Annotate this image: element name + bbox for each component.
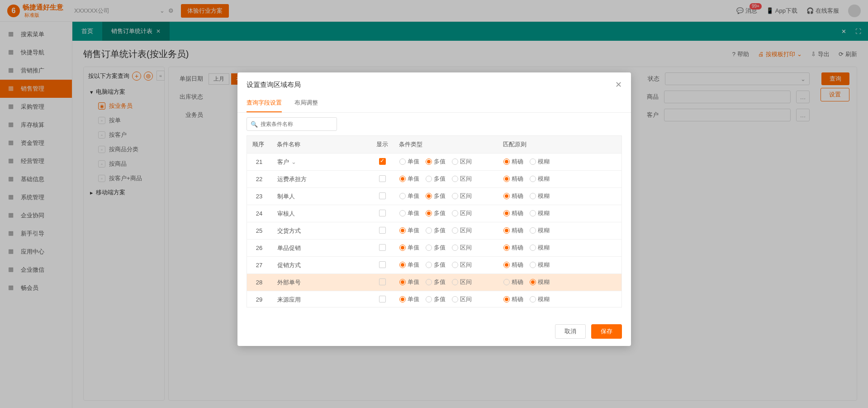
radio-single[interactable]: 单值 <box>399 226 419 235</box>
radio-multi[interactable]: 多值 <box>426 192 446 200</box>
radio-exact[interactable]: 精确 <box>503 261 523 269</box>
td-match: 精确模糊 <box>498 240 621 257</box>
radio-exact[interactable]: 精确 <box>503 244 523 252</box>
td-name: 运费承担方 <box>272 171 371 188</box>
radio-icon <box>452 193 458 199</box>
show-checkbox[interactable] <box>379 278 386 285</box>
show-checkbox[interactable] <box>379 175 386 182</box>
radio-single[interactable]: 单值 <box>399 278 419 286</box>
td-name: 来源应用 <box>272 291 371 308</box>
radio-fuzzy[interactable]: 模糊 <box>530 226 550 235</box>
modal-overlay: 设置查询区域布局 ✕ 查询字段设置 布局调整 🔍 顺序 条件名称 显示 <box>0 0 868 408</box>
radio-range[interactable]: 区间 <box>452 295 472 303</box>
show-checkbox[interactable] <box>379 296 386 302</box>
radio-icon <box>452 227 458 234</box>
radio-multi[interactable]: 多值 <box>426 209 446 217</box>
radio-fuzzy[interactable]: 模糊 <box>530 295 550 303</box>
radio-exact[interactable]: 精确 <box>503 175 523 183</box>
radio-exact[interactable]: 精确 <box>503 192 523 200</box>
radio-single[interactable]: 单值 <box>399 295 419 303</box>
show-checkbox[interactable] <box>379 158 386 165</box>
tab-layout-adjust[interactable]: 布局调整 <box>294 94 318 112</box>
radio-icon <box>530 227 536 234</box>
radio-range[interactable]: 区间 <box>452 175 472 183</box>
radio-single[interactable]: 单值 <box>399 261 419 269</box>
td-type: 单值多值区间 <box>394 274 498 291</box>
th-type: 条件类型 <box>394 136 498 154</box>
radio-icon <box>530 245 536 251</box>
th-match: 匹配原则 <box>498 136 621 154</box>
radio-multi[interactable]: 多值 <box>426 278 446 286</box>
search-icon: 🔍 <box>251 121 258 128</box>
radio-multi[interactable]: 多值 <box>426 158 446 166</box>
radio-single[interactable]: 单值 <box>399 175 419 183</box>
radio-fuzzy[interactable]: 模糊 <box>530 278 550 286</box>
radio-single[interactable]: 单值 <box>399 209 419 217</box>
radio-exact[interactable]: 精确 <box>503 226 523 235</box>
radio-single[interactable]: 单值 <box>399 158 419 166</box>
td-type: 单值多值区间 <box>394 222 498 240</box>
radio-range[interactable]: 区间 <box>452 244 472 252</box>
td-type: 单值多值区间 <box>394 257 498 274</box>
show-checkbox[interactable] <box>379 210 386 216</box>
chevron-down-icon[interactable]: ⌄ <box>290 158 297 165</box>
table-row: 23制单人单值多值区间精确模糊 <box>247 188 621 205</box>
td-name: 审核人 <box>272 205 371 222</box>
table-row: 29来源应用单值多值区间精确模糊 <box>247 291 621 308</box>
radio-multi[interactable]: 多值 <box>426 295 446 303</box>
radio-range[interactable]: 区间 <box>452 158 472 166</box>
radio-icon <box>426 279 432 285</box>
radio-fuzzy[interactable]: 模糊 <box>530 158 550 166</box>
cancel-button[interactable]: 取消 <box>555 324 586 339</box>
radio-range[interactable]: 区间 <box>452 278 472 286</box>
radio-icon <box>503 279 510 285</box>
radio-fuzzy[interactable]: 模糊 <box>530 192 550 200</box>
close-icon[interactable]: ✕ <box>615 80 622 90</box>
td-name: 促销方式 <box>272 257 371 274</box>
radio-multi[interactable]: 多值 <box>426 244 446 252</box>
td-match: 精确模糊 <box>498 274 621 291</box>
show-checkbox[interactable] <box>379 261 386 268</box>
td-show <box>371 171 394 188</box>
radio-fuzzy[interactable]: 模糊 <box>530 261 550 269</box>
td-match: 精确模糊 <box>498 205 621 222</box>
radio-single[interactable]: 单值 <box>399 192 419 200</box>
radio-icon <box>399 176 406 182</box>
show-checkbox[interactable] <box>379 192 386 199</box>
radio-exact[interactable]: 精确 <box>503 278 523 286</box>
radio-fuzzy[interactable]: 模糊 <box>530 209 550 217</box>
radio-icon <box>530 193 536 199</box>
radio-icon <box>399 210 406 216</box>
radio-exact[interactable]: 精确 <box>503 209 523 217</box>
radio-icon <box>452 210 458 216</box>
save-button[interactable]: 保存 <box>591 324 622 339</box>
radio-fuzzy[interactable]: 模糊 <box>530 244 550 252</box>
td-show <box>371 205 394 222</box>
radio-multi[interactable]: 多值 <box>426 226 446 235</box>
condition-search[interactable]: 🔍 <box>247 117 337 131</box>
radio-range[interactable]: 区间 <box>452 209 472 217</box>
show-checkbox[interactable] <box>379 227 386 234</box>
radio-range[interactable]: 区间 <box>452 192 472 200</box>
radio-single[interactable]: 单值 <box>399 244 419 252</box>
tab-field-settings[interactable]: 查询字段设置 <box>247 94 282 112</box>
td-type: 单值多值区间 <box>394 171 498 188</box>
td-type: 单值多值区间 <box>394 240 498 257</box>
table-row: 25交货方式单值多值区间精确模糊 <box>247 222 621 240</box>
radio-fuzzy[interactable]: 模糊 <box>530 175 550 183</box>
radio-multi[interactable]: 多值 <box>426 175 446 183</box>
table-row: 28外部单号单值多值区间精确模糊 <box>247 274 621 291</box>
settings-table-scroll[interactable]: 21客户 ⌄单值多值区间精确模糊22运费承担方单值多值区间精确模糊23制单人单值… <box>247 154 622 307</box>
td-show <box>371 188 394 205</box>
radio-exact[interactable]: 精确 <box>503 295 523 303</box>
radio-range[interactable]: 区间 <box>452 261 472 269</box>
radio-icon <box>426 176 432 182</box>
settings-table-header: 顺序 条件名称 显示 条件类型 匹配原则 <box>247 135 622 154</box>
condition-search-input[interactable] <box>261 121 333 127</box>
radio-icon <box>399 279 406 285</box>
radio-icon <box>530 296 536 302</box>
show-checkbox[interactable] <box>379 244 386 251</box>
radio-multi[interactable]: 多值 <box>426 261 446 269</box>
radio-range[interactable]: 区间 <box>452 226 472 235</box>
radio-exact[interactable]: 精确 <box>503 158 523 166</box>
